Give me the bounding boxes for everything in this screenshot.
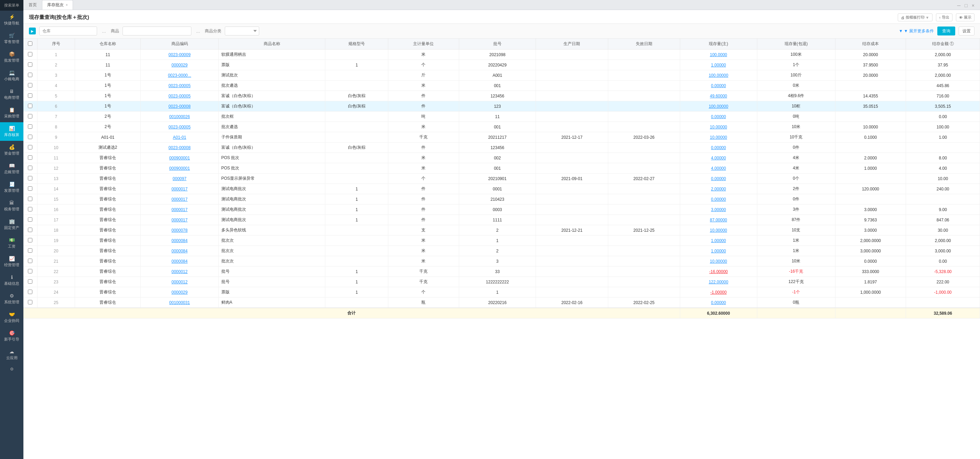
row-code-link[interactable]: A01-01 <box>173 135 186 140</box>
row-code-link[interactable]: 0000012 <box>172 280 188 284</box>
row-checkbox[interactable] <box>28 186 32 191</box>
row-qty-main-link[interactable]: 4.00000 <box>711 156 726 161</box>
row-checkbox[interactable] <box>28 197 32 201</box>
sidebar-item-system[interactable]: ⚙ 系统管理 <box>0 290 24 308</box>
row-code-link[interactable]: 0000084 <box>172 259 188 264</box>
sidebar-item-wholesale[interactable]: 📦 批发管理 <box>0 48 24 67</box>
row-checkbox[interactable] <box>28 176 32 180</box>
row-qty-main-link[interactable]: 4.00000 <box>711 166 726 171</box>
print-button[interactable]: 🖨 按模板打印 ▼ <box>898 13 932 21</box>
row-code-link[interactable]: 0000029 <box>172 290 188 295</box>
row-qty-main-link[interactable]: 3.00000 <box>711 207 726 212</box>
sidebar-item-finance[interactable]: 💰 资金管理 <box>0 141 24 159</box>
row-code-link[interactable]: 000900001 <box>169 166 190 171</box>
maximize-button[interactable]: □ <box>964 3 967 8</box>
row-qty-main-link[interactable]: 100.00000 <box>709 73 729 78</box>
category-select[interactable] <box>225 27 259 35</box>
close-window-button[interactable]: × <box>972 3 975 8</box>
sidebar-item-assets[interactable]: 🏢 固定资产 <box>0 215 24 234</box>
row-code-link[interactable]: 000097 <box>173 176 186 181</box>
row-checkbox[interactable] <box>28 279 32 284</box>
row-qty-main-link[interactable]: 0.00000 <box>711 176 726 181</box>
row-checkbox[interactable] <box>28 228 32 232</box>
export-button[interactable]: ↑ 导出 <box>936 13 953 21</box>
row-checkbox[interactable] <box>28 62 32 67</box>
row-qty-main-link[interactable]: 87.00000 <box>710 218 727 222</box>
row-checkbox[interactable] <box>28 166 32 170</box>
sidebar-item-basic-info[interactable]: ℹ 基础信息 <box>0 271 24 290</box>
row-checkbox[interactable] <box>28 269 32 273</box>
row-code-link[interactable]: 0000017 <box>172 186 188 191</box>
row-qty-main-link[interactable]: 10.00000 <box>710 125 727 129</box>
row-code-link[interactable]: 0000084 <box>172 249 188 253</box>
row-checkbox[interactable] <box>28 73 32 77</box>
row-qty-main-link[interactable]: 100.0000 <box>710 53 727 57</box>
row-checkbox[interactable] <box>28 207 32 212</box>
warehouse-input[interactable] <box>39 27 97 35</box>
sidebar-gear-button[interactable]: ⚙ <box>0 364 24 374</box>
row-checkbox[interactable] <box>28 83 32 88</box>
row-code-link[interactable]: 0000017 <box>172 207 188 212</box>
row-checkbox[interactable] <box>28 248 32 253</box>
row-code-link[interactable]: 0000012 <box>172 269 188 274</box>
sidebar-item-cloud[interactable]: ☁ 云应用 <box>0 345 24 364</box>
row-qty-main-link[interactable]: 49.60000 <box>710 94 727 99</box>
row-code-link[interactable]: 000900001 <box>169 156 190 161</box>
row-code-link[interactable]: 001000026 <box>169 114 190 119</box>
row-code-link[interactable]: 0000084 <box>172 238 188 243</box>
goods-input[interactable] <box>123 27 191 35</box>
sidebar-item-operations[interactable]: 📈 经营管理 <box>0 252 24 271</box>
row-qty-main-link[interactable]: -1.00000 <box>711 290 727 295</box>
row-checkbox[interactable] <box>28 135 32 139</box>
sidebar-item-enterprise[interactable]: 🤝 企业协同 <box>0 308 24 327</box>
row-qty-main-link[interactable]: -16.00000 <box>709 269 728 274</box>
row-qty-main-link[interactable]: 2.00000 <box>711 186 726 191</box>
row-qty-main-link[interactable]: 122.00000 <box>709 280 729 284</box>
sidebar-item-inventory[interactable]: 📊 库存核算 <box>0 122 24 141</box>
row-qty-main-link[interactable]: 0.00000 <box>711 145 726 150</box>
row-qty-main-link[interactable]: 10.00000 <box>710 228 727 233</box>
row-checkbox[interactable] <box>28 238 32 242</box>
row-code-link[interactable]: 001000031 <box>169 300 190 305</box>
row-code-link[interactable]: 0000078 <box>172 228 188 233</box>
row-checkbox[interactable] <box>28 114 32 118</box>
row-checkbox[interactable] <box>28 155 32 160</box>
sidebar-item-mini-ecom[interactable]: 💻 小账电商 <box>0 67 24 85</box>
row-qty-main-link[interactable]: 0.00000 <box>711 300 726 305</box>
row-checkbox[interactable] <box>28 124 32 129</box>
sidebar-item-invoice[interactable]: 🧾 发票管理 <box>0 178 24 197</box>
row-qty-main-link[interactable]: 0.00000 <box>711 83 726 88</box>
row-checkbox[interactable] <box>28 300 32 304</box>
row-code-link[interactable]: 0023-00009 <box>169 53 191 57</box>
row-code-link[interactable]: 0000029 <box>172 63 188 67</box>
sidebar-search[interactable]: 搜索菜单 <box>0 0 24 11</box>
row-code-link[interactable]: 0000017 <box>172 218 188 222</box>
sidebar-item-quick-nav[interactable]: ⚡ 快捷导航 <box>0 11 24 29</box>
show-button[interactable]: 👁 展示 <box>956 13 975 21</box>
row-qty-main-link[interactable]: 1.00000 <box>711 63 726 67</box>
row-code-link[interactable]: 0023-00005 <box>169 83 191 88</box>
row-qty-main-link[interactable]: 10.00000 <box>710 135 727 140</box>
sidebar-item-guide[interactable]: 🎯 新手引导 <box>0 327 24 345</box>
row-checkbox[interactable] <box>28 290 32 294</box>
tab-home[interactable]: 首页 <box>24 0 42 10</box>
row-checkbox[interactable] <box>28 104 32 108</box>
sidebar-item-tax[interactable]: 🏛 税务管理 <box>0 197 24 215</box>
row-checkbox[interactable] <box>28 217 32 222</box>
row-checkbox[interactable] <box>28 93 32 98</box>
row-checkbox[interactable] <box>28 52 32 56</box>
row-qty-main-link[interactable]: 10.00000 <box>710 259 727 264</box>
tab-close-icon[interactable]: × <box>66 3 68 7</box>
row-code-link[interactable]: 0023-00008 <box>169 145 191 150</box>
sidebar-item-retail[interactable]: 🛒 零售管理 <box>0 29 24 48</box>
sidebar-item-ecom[interactable]: 🖥 电商管理 <box>0 85 24 104</box>
sidebar-item-purchase[interactable]: 📋 采购管理 <box>0 104 24 122</box>
row-qty-main-link[interactable]: 0.00000 <box>711 114 726 119</box>
tab-inventory-batch[interactable]: 库存批次 × <box>42 0 73 10</box>
row-qty-main-link[interactable]: 0.00000 <box>711 197 726 202</box>
row-checkbox[interactable] <box>28 145 32 150</box>
expand-conditions-button[interactable]: ▼ ▼ 展开更多条件 <box>899 28 934 34</box>
sidebar-item-ledger[interactable]: 📖 总账管理 <box>0 159 24 178</box>
row-code-link[interactable]: 0023-0000... <box>168 73 191 78</box>
row-code-link[interactable]: 0023-00005 <box>169 94 191 99</box>
